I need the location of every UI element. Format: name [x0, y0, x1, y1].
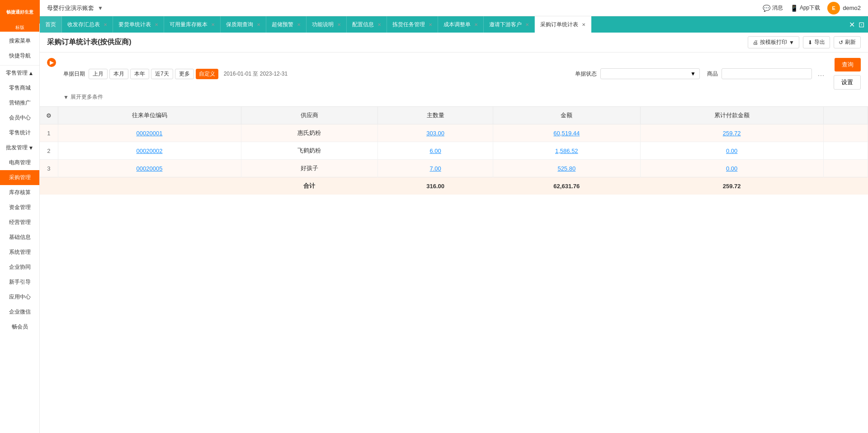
footer-quantity: 316.00	[378, 177, 493, 195]
user-avatar-area[interactable]: E demo2	[827, 2, 861, 14]
col-amount: 金额	[493, 107, 640, 124]
sidebar-item-finance[interactable]: 资金管理	[0, 200, 39, 215]
product-more-btn[interactable]: …	[816, 70, 826, 78]
quick-this-month[interactable]: 本月	[109, 69, 128, 79]
row-3-code[interactable]: 00020005	[58, 160, 241, 177]
tab-close-invite-customer[interactable]: ✕	[525, 22, 529, 27]
tab-order-summary[interactable]: 要货单统计表 ✕	[113, 16, 164, 33]
tab-close-expiry-query[interactable]: ✕	[257, 22, 260, 27]
tab-receive-summary[interactable]: 收发存汇总表 ✕	[62, 16, 113, 33]
sidebar-item-operations[interactable]: 经营管理	[0, 215, 39, 230]
page-title: 采购订单统计表(按供应商)	[47, 38, 132, 47]
row-1-amount[interactable]: 60,519.44	[493, 124, 640, 142]
message-icon: 💬	[763, 5, 770, 12]
sidebar-item-inventory[interactable]: 库存核算	[0, 185, 39, 200]
app-download-label: App下载	[800, 4, 820, 12]
sidebar-item-ecommerce[interactable]: 电商管理	[0, 155, 39, 170]
row-3-amount[interactable]: 525.80	[493, 160, 640, 177]
row-2-code[interactable]: 00020002	[58, 142, 241, 160]
toggle-filter-btn[interactable]: ▶	[47, 58, 56, 67]
tab-close-overstock-alert[interactable]: ✕	[297, 22, 301, 27]
tab-config-info[interactable]: 配置信息 ✕	[347, 16, 387, 33]
tab-close-config-info[interactable]: ✕	[377, 22, 381, 27]
quick-more[interactable]: 更多	[175, 69, 194, 79]
sidebar-item-basic-info[interactable]: 基础信息	[0, 230, 39, 245]
quick-this-year[interactable]: 本年	[130, 69, 149, 79]
sidebar-item-new-guide[interactable]: 新手引导	[0, 275, 39, 290]
quick-7days[interactable]: 近7天	[151, 69, 173, 79]
sidebar-item-member[interactable]: 会员中心	[0, 110, 39, 125]
sidebar-item-search[interactable]: 搜索菜单	[0, 33, 39, 48]
export-btn[interactable]: ⬇ 导出	[803, 36, 830, 48]
message-btn[interactable]: 💬 消息	[763, 4, 783, 12]
search-btn[interactable]: 查询	[835, 58, 861, 71]
product-input[interactable]	[722, 68, 812, 79]
tab-invite-customer[interactable]: 邀请下游客户 ✕	[484, 16, 535, 33]
user-name: demo2	[843, 5, 861, 11]
sidebar-item-retail-stats[interactable]: 零售统计	[0, 125, 39, 140]
tab-close-order-summary[interactable]: ✕	[155, 22, 158, 27]
status-select[interactable]: ▼	[600, 68, 700, 79]
tab-overstock-alert[interactable]: 超储预警 ✕	[266, 16, 307, 33]
workspace-arrow[interactable]: ▼	[98, 5, 103, 11]
tab-close-purchase-summary[interactable]: ✕	[582, 22, 585, 27]
tab-close-receive-summary[interactable]: ✕	[104, 22, 107, 27]
row-2-amount[interactable]: 1,586.52	[493, 142, 640, 160]
footer-paid: 259.72	[640, 177, 823, 195]
refresh-btn[interactable]: ↺ 刷新	[834, 36, 861, 48]
gear-icon[interactable]: ⚙	[46, 112, 52, 119]
row-1-code[interactable]: 00020001	[58, 124, 241, 142]
row-3-paid[interactable]: 0.00	[640, 160, 823, 177]
sidebar: 畅捷通好生意 标版 搜索菜单 快捷导航 零售管理 ▲ 零售商城 营销推广 会员中…	[0, 0, 40, 433]
quick-custom[interactable]: 自定义	[196, 69, 218, 79]
status-label: 单据状态	[575, 70, 597, 78]
tab-close-pick-task[interactable]: ✕	[429, 22, 432, 27]
sidebar-item-quick-nav[interactable]: 快捷导航	[0, 48, 39, 63]
tab-inventory-ledger[interactable]: 可用量库存账本 ✕	[164, 16, 221, 33]
expand-more-btn[interactable]: ▼ 展开更多条件	[63, 93, 861, 101]
tab-bar: 首页 收发存汇总表 ✕ 要货单统计表 ✕ 可用量库存账本 ✕ 保质期查询 ✕ 超…	[40, 16, 868, 33]
sidebar-item-enterprise-wechat[interactable]: 企业微信	[0, 305, 39, 319]
settings-btn[interactable]: 设置	[834, 75, 861, 90]
sidebar-item-marketing[interactable]: 营销推广	[0, 95, 39, 110]
row-2-extra	[823, 142, 868, 160]
col-checkbox[interactable]: ⚙	[40, 107, 58, 124]
close-all-tabs-btn[interactable]: ✕	[849, 20, 855, 29]
tab-close-func-desc[interactable]: ✕	[337, 22, 341, 27]
tab-purchase-summary[interactable]: 采购订单统计表 ✕	[535, 16, 591, 33]
sidebar-item-purchase[interactable]: 采购管理	[0, 170, 39, 185]
row-1-paid[interactable]: 259.72	[640, 124, 823, 142]
header-right: 💬 消息 📱 App下载 E demo2	[763, 2, 861, 14]
app-download-btn[interactable]: 📱 App下载	[790, 4, 820, 12]
tab-close-inventory-ledger[interactable]: ✕	[211, 22, 215, 27]
sidebar-item-enterprise[interactable]: 企业协同	[0, 260, 39, 275]
template-print-btn[interactable]: 🖨 按模板打印 ▼	[748, 36, 799, 48]
app-download-icon: 📱	[790, 5, 798, 12]
sidebar-item-system[interactable]: 系统管理	[0, 245, 39, 260]
expand-down-icon: ▼	[63, 94, 69, 100]
sidebar-item-wholesale[interactable]: 批发管理 ▼	[0, 140, 39, 155]
tab-close-cost-adjust[interactable]: ✕	[474, 22, 478, 27]
search-actions: 查询 设置	[834, 58, 861, 90]
status-filter: 单据状态 ▼	[575, 68, 700, 79]
tab-home[interactable]: 首页	[40, 16, 62, 33]
maximize-btn[interactable]: ⊡	[859, 20, 864, 29]
row-3-quantity[interactable]: 7.00	[378, 160, 493, 177]
sidebar-item-retail-mall[interactable]: 零售商城	[0, 81, 39, 95]
quick-last-month[interactable]: 上月	[89, 69, 108, 79]
sidebar-item-app-center[interactable]: 应用中心	[0, 290, 39, 305]
col-paid: 累计付款金额	[640, 107, 823, 124]
tab-func-desc[interactable]: 功能说明 ✕	[307, 16, 347, 33]
sidebar-item-member2[interactable]: 畅会员	[0, 319, 39, 334]
row-3-extra	[823, 160, 868, 177]
row-3-index: 3	[40, 160, 58, 177]
tab-bar-actions: ✕ ⊡	[845, 20, 868, 29]
row-2-paid[interactable]: 0.00	[640, 142, 823, 160]
row-1-quantity[interactable]: 303.00	[378, 124, 493, 142]
workspace-label: 母婴行业演示账套	[47, 4, 94, 12]
tab-pick-task[interactable]: 拣货任务管理 ✕	[387, 16, 438, 33]
row-2-quantity[interactable]: 6.00	[378, 142, 493, 160]
sidebar-item-retail[interactable]: 零售管理 ▲	[0, 66, 39, 81]
tab-expiry-query[interactable]: 保质期查询 ✕	[221, 16, 266, 33]
tab-cost-adjust[interactable]: 成本调整单 ✕	[438, 16, 484, 33]
